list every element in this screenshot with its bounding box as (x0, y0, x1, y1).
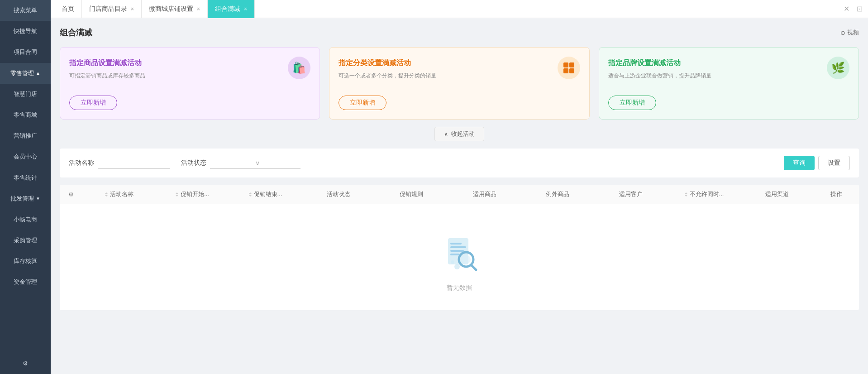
sidebar-item-smart-store[interactable]: 智慧门店 (0, 84, 51, 105)
main-area: 首页 门店商品目录 × 微商城店铺设置 × 组合满减 × ✕ ⊡ 组合满减 ⊙ … (51, 0, 868, 374)
th-applicable-goods: 适用商品 (448, 190, 521, 198)
sort-no-allow-same[interactable] (684, 192, 688, 197)
sidebar-item-marketing[interactable]: 营销推广 (0, 125, 51, 146)
th-activity-name: 活动名称 (82, 190, 156, 198)
settings-icon: ⚙ (68, 191, 74, 198)
chevron-up-icon: ▲ (36, 70, 40, 77)
svg-point-13 (451, 260, 454, 264)
svg-rect-2 (563, 68, 568, 73)
th-applicable-channel: 适用渠道 (740, 190, 814, 198)
svg-rect-8 (450, 254, 459, 255)
card-desc-product: 可指定滞销商品或库存较多商品 (69, 72, 310, 80)
svg-rect-5 (450, 243, 462, 245)
card-title-category: 指定分类设置满减活动 (339, 58, 580, 68)
empty-text: 暂无数据 (447, 284, 472, 292)
empty-illustration (437, 231, 482, 277)
tabs-bar: 首页 门店商品目录 × 微商城店铺设置 × 组合满减 × ✕ ⊡ (51, 0, 868, 18)
sidebar: 搜索菜单 快捷导航 项目合同 零售管理 ▲ 智慧门店 零售商城 营销推广 会员中… (0, 0, 51, 374)
activity-card-by-product: 🛍️ 指定商品设置满减活动 可指定滞销商品或库存较多商品 立即新增 (60, 47, 320, 120)
chevron-down-icon: ▼ (36, 196, 40, 202)
window-controls: ✕ ⊡ (842, 3, 864, 15)
page-content: 组合满减 ⊙ 视频 🛍️ 指定商品设置满减活动 可指定滞销商品或库存较多商品 立… (51, 18, 868, 374)
th-promo-end: 促销结束... (229, 190, 302, 198)
sidebar-item-retail-mall[interactable]: 零售商城 (0, 105, 51, 125)
filter-bar: 活动名称 活动状态 ∨ 查询 设置 (60, 149, 859, 177)
card-desc-category: 可选一个或者多个分类，提升分类的销量 (339, 72, 580, 80)
maximize-window-button[interactable]: ⊡ (855, 3, 864, 15)
th-no-allow-same: 不允许同时... (668, 190, 741, 198)
th-settings[interactable]: ⚙ (60, 191, 82, 198)
sidebar-item-purchase-mgmt[interactable]: 采购管理 (0, 230, 51, 251)
card-icon-product: 🛍️ (288, 57, 310, 79)
tab-home[interactable]: 首页 (54, 0, 82, 18)
sidebar-item-project-contract[interactable]: 项目合同 (0, 42, 51, 62)
sidebar-item-funds-mgmt[interactable]: 资金管理 (0, 272, 51, 292)
chevron-down-icon: ∨ (255, 159, 297, 167)
svg-point-10 (462, 255, 471, 264)
play-icon: ⊙ (840, 29, 845, 36)
svg-line-11 (471, 265, 476, 270)
sidebar-item-xiaochangec[interactable]: 小畅电商 (0, 209, 51, 230)
close-window-button[interactable]: ✕ (842, 3, 851, 15)
query-button[interactable]: 查询 (784, 156, 815, 170)
sort-promo-end[interactable] (248, 192, 252, 197)
filter-activity-status-label: 活动状态 (181, 159, 206, 167)
filter-activity-name-label: 活动名称 (69, 159, 94, 167)
card-title-product: 指定商品设置满减活动 (69, 58, 310, 68)
activity-status-select[interactable]: ∨ (210, 158, 300, 169)
th-promo-start: 促销开始... (156, 190, 229, 198)
add-brand-activity-button[interactable]: 立即新增 (608, 96, 656, 110)
video-button[interactable]: ⊙ 视频 (840, 29, 859, 37)
th-exception-goods: 例外商品 (521, 190, 595, 198)
sort-promo-start[interactable] (175, 192, 179, 197)
card-icon-category (558, 57, 580, 79)
svg-rect-3 (569, 68, 574, 73)
setting-button[interactable]: 设置 (818, 156, 850, 170)
page-header: 组合满减 ⊙ 视频 (60, 27, 859, 38)
table-header: ⚙ 活动名称 促销开始... (60, 185, 859, 204)
filter-buttons: 查询 设置 (784, 156, 850, 170)
card-icon-brand: 🌿 (827, 57, 849, 79)
sort-activity-name[interactable] (105, 192, 108, 197)
gear-icon: ⚙ (23, 360, 28, 367)
svg-rect-0 (563, 62, 568, 67)
sidebar-item-wholesale-mgmt[interactable]: 批发管理 ▼ (0, 188, 51, 209)
svg-rect-7 (450, 250, 464, 252)
th-promo-rules: 促销规则 (375, 190, 448, 198)
tab-combo-discount[interactable]: 组合满减 × (208, 0, 255, 18)
sidebar-item-search-menu[interactable]: 搜索菜单 (0, 0, 51, 21)
chevron-up-icon: ∧ (444, 131, 448, 138)
tab-store-catalog[interactable]: 门店商品目录 × (82, 0, 142, 18)
svg-rect-1 (569, 62, 574, 67)
filter-activity-status: 活动状态 ∨ (181, 158, 300, 169)
add-product-activity-button[interactable]: 立即新增 (69, 96, 117, 110)
card-desc-brand: 适合与上游企业联合做营销，提升品牌销量 (608, 72, 849, 80)
collapse-bar: ∧ 收起活动 (60, 127, 859, 141)
sidebar-item-retail-mgmt[interactable]: 零售管理 ▲ (0, 63, 51, 84)
sidebar-item-settings[interactable]: ⚙ (0, 353, 51, 374)
data-table: ⚙ 活动名称 促销开始... (60, 185, 859, 310)
activity-cards: 🛍️ 指定商品设置满减活动 可指定滞销商品或库存较多商品 立即新增 指定分类设置… (60, 47, 859, 120)
svg-rect-6 (450, 246, 466, 248)
activity-card-by-brand: 🌿 指定品牌设置满减活动 适合与上游企业联合做营销，提升品牌销量 立即新增 (599, 47, 859, 120)
sidebar-item-member-center[interactable]: 会员中心 (0, 146, 51, 167)
sidebar-item-quick-nav[interactable]: 快捷导航 (0, 21, 51, 42)
page-title: 组合满减 (60, 27, 92, 38)
empty-state: 暂无数据 (60, 204, 859, 310)
card-title-brand: 指定品牌设置满减活动 (608, 58, 849, 68)
svg-point-12 (454, 264, 460, 269)
close-icon[interactable]: × (131, 6, 134, 12)
tab-weimall-settings[interactable]: 微商城店铺设置 × (142, 0, 208, 18)
collapse-activity-button[interactable]: ∧ 收起活动 (434, 127, 484, 141)
sidebar-item-inventory-check[interactable]: 库存核算 (0, 251, 51, 272)
add-category-activity-button[interactable]: 立即新增 (339, 96, 386, 110)
th-activity-status: 活动状态 (302, 190, 375, 198)
activity-name-input[interactable] (98, 158, 170, 169)
th-applicable-customer: 适用客户 (594, 190, 668, 198)
close-icon[interactable]: × (197, 6, 200, 12)
filter-activity-name: 活动名称 (69, 158, 170, 169)
sidebar-item-retail-stats[interactable]: 零售统计 (0, 168, 51, 188)
th-operations: 操作 (814, 190, 859, 198)
activity-card-by-category: 指定分类设置满减活动 可选一个或者多个分类，提升分类的销量 立即新增 (329, 47, 589, 120)
close-icon[interactable]: × (244, 6, 247, 12)
